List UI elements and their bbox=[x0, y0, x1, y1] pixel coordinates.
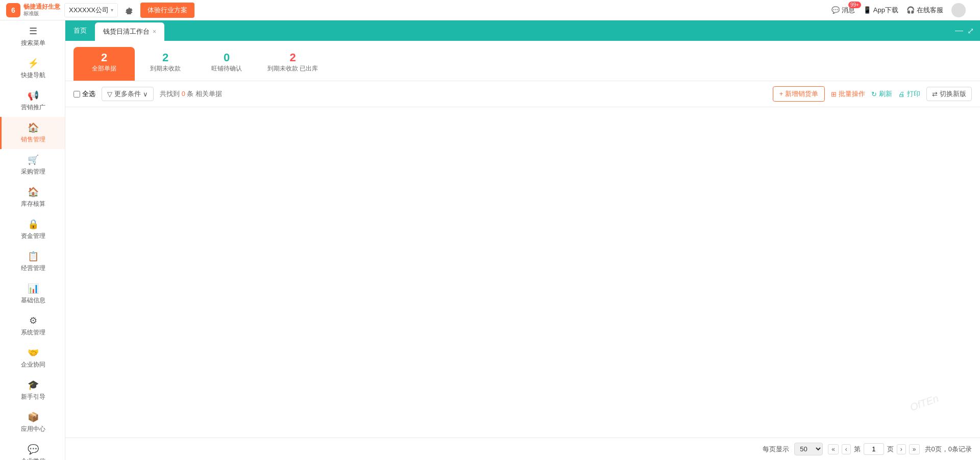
logo-subtitle: 标准版 bbox=[23, 11, 60, 17]
page-number-input[interactable] bbox=[864, 443, 884, 455]
sidebar-item-wechat[interactable]: 💬 企业微信 bbox=[0, 439, 65, 460]
refresh-button[interactable]: ↻ 刷新 bbox=[871, 89, 892, 99]
tab-bar-actions: — ⤢ bbox=[955, 26, 980, 36]
batch-operation-button[interactable]: ⊞ 批量操作 bbox=[831, 89, 865, 99]
base-info-icon: 📊 bbox=[28, 283, 39, 294]
tab-minimize-btn[interactable]: — bbox=[955, 26, 963, 35]
sidebar-item-cooperation[interactable]: 🤝 企业协同 bbox=[0, 342, 65, 374]
sidebar-item-purchase[interactable]: 🛒 采购管理 bbox=[0, 149, 65, 181]
online-service-button[interactable]: 🎧 在线客服 bbox=[906, 6, 943, 15]
logo-text: 畅捷通好生意 标准版 bbox=[23, 3, 60, 16]
stat-label-shipped: 到期未收款 已出库 bbox=[267, 65, 318, 72]
sidebar-label-sales: 销售管理 bbox=[21, 135, 45, 144]
company-selector[interactable]: XXXXXX公司 ▾ bbox=[64, 3, 118, 17]
sidebar-item-finance[interactable]: 🔒 资金管理 bbox=[0, 213, 65, 246]
avatar[interactable] bbox=[951, 3, 966, 17]
sidebar-item-base-info[interactable]: 📊 基础信息 bbox=[0, 278, 65, 310]
count-unit: 条 bbox=[187, 90, 193, 98]
sidebar-label-search-menu: 搜索菜单 bbox=[21, 39, 45, 47]
main-layout: ☰ 搜索菜单 ⚡ 快捷导航 📢 营销推广 🏠 销售管理 🛒 采购管理 🏠 库存核… bbox=[0, 20, 980, 460]
app-download-button[interactable]: 📱 App下载 bbox=[863, 6, 898, 15]
sidebar-item-app-center[interactable]: 📦 应用中心 bbox=[0, 406, 65, 439]
sidebar-label-wechat: 企业微信 bbox=[21, 457, 45, 460]
sales-icon: 🏠 bbox=[28, 122, 39, 133]
finance-icon: 🔒 bbox=[28, 219, 39, 230]
quick-nav-icon: ⚡ bbox=[28, 58, 39, 69]
content-area: 2 全部单据 2 到期未收款 0 旺铺待确认 2 到期未收款 已出库 bbox=[65, 41, 980, 460]
filter-dropdown-icon: ∨ bbox=[143, 90, 148, 98]
headset-icon: 🎧 bbox=[906, 6, 915, 14]
sidebar-label-purchase: 采购管理 bbox=[21, 167, 45, 176]
stat-num-all: 2 bbox=[84, 51, 125, 64]
settings-button[interactable] bbox=[122, 3, 136, 17]
logo-area: 6 畅捷通好生意 标准版 bbox=[6, 3, 60, 17]
purchase-icon: 🛒 bbox=[28, 154, 39, 165]
stats-tabs: 2 全部单据 2 到期未收款 0 旺铺待确认 2 到期未收款 已出库 bbox=[65, 41, 980, 81]
sidebar-item-quick-nav[interactable]: ⚡ 快捷导航 bbox=[0, 53, 65, 85]
batch-label: 批量操作 bbox=[839, 89, 865, 99]
select-all-checkbox-wrap[interactable]: 全选 bbox=[74, 89, 95, 99]
count-prefix: 共找到 bbox=[160, 90, 180, 98]
tab-workbench[interactable]: 钱货日清工作台 × bbox=[95, 22, 164, 41]
select-all-checkbox[interactable] bbox=[74, 91, 80, 98]
next-page-button[interactable]: › bbox=[897, 444, 906, 454]
add-sales-order-button[interactable]: + 新增销货单 bbox=[773, 86, 825, 102]
count-num: 0 bbox=[182, 90, 185, 98]
sidebar-label-app-center: 应用中心 bbox=[21, 425, 45, 433]
sidebar-item-sales[interactable]: 🏠 销售管理 bbox=[0, 117, 65, 149]
sidebar-item-operation[interactable]: 📋 经营管理 bbox=[0, 246, 65, 278]
header-right: 💬 消息 99+ 📱 App下载 🎧 在线客服 bbox=[831, 3, 974, 17]
sidebar-label-inventory: 库存核算 bbox=[21, 200, 45, 208]
stat-tab-all[interactable]: 2 全部单据 bbox=[74, 47, 135, 81]
sidebar-label-cooperation: 企业协同 bbox=[21, 360, 45, 369]
switch-icon: ⇄ bbox=[932, 90, 938, 98]
sidebar-label-newbie: 新手引导 bbox=[21, 393, 45, 401]
stat-label-wangpu: 旺铺待确认 bbox=[211, 65, 242, 72]
table-area bbox=[65, 107, 980, 438]
company-name: XXXXXX公司 bbox=[69, 6, 109, 15]
message-badge: 99+ bbox=[848, 2, 861, 8]
prev-page-button[interactable]: ‹ bbox=[842, 444, 851, 454]
header-left: 6 畅捷通好生意 标准版 XXXXXX公司 ▾ 体验行业方案 bbox=[6, 3, 194, 18]
sidebar-label-finance: 资金管理 bbox=[21, 232, 45, 240]
page-suffix: 页 bbox=[887, 445, 894, 454]
toolbar-right: + 新增销货单 ⊞ 批量操作 ↻ 刷新 🖨 打印 ⇄ bbox=[773, 86, 972, 102]
sidebar-item-newbie[interactable]: 🎓 新手引导 bbox=[0, 374, 65, 406]
cooperation-icon: 🤝 bbox=[28, 347, 39, 358]
first-page-button[interactable]: « bbox=[828, 444, 839, 454]
app-center-icon: 📦 bbox=[28, 411, 39, 423]
marketing-icon: 📢 bbox=[28, 90, 39, 101]
logo-icon: 6 bbox=[6, 3, 20, 17]
last-page-button[interactable]: » bbox=[909, 444, 920, 454]
trial-button[interactable]: 体验行业方案 bbox=[140, 3, 194, 18]
app-download-icon: 📱 bbox=[863, 6, 871, 14]
filter-icon: ▽ bbox=[107, 90, 112, 98]
system-icon: ⚙ bbox=[29, 315, 37, 326]
page-label: 第 bbox=[854, 445, 861, 454]
tab-home[interactable]: 首页 bbox=[65, 20, 95, 41]
stat-num-shipped: 2 bbox=[267, 51, 318, 64]
tab-close-icon[interactable]: × bbox=[153, 28, 156, 35]
per-page-select[interactable]: 50 100 200 bbox=[794, 443, 823, 455]
newbie-icon: 🎓 bbox=[28, 379, 39, 391]
sidebar-label-base-info: 基础信息 bbox=[21, 296, 45, 305]
related-label: 相关单据 bbox=[195, 90, 222, 98]
wechat-icon: 💬 bbox=[28, 444, 39, 455]
switch-version-button[interactable]: ⇄ 切换新版 bbox=[926, 87, 972, 101]
filter-button[interactable]: ▽ 更多条件 ∨ bbox=[102, 87, 154, 101]
select-all-label: 全选 bbox=[82, 89, 95, 99]
stat-tab-shipped[interactable]: 2 到期未收款 已出库 bbox=[257, 47, 328, 81]
tab-expand-btn[interactable]: ⤢ bbox=[967, 26, 974, 36]
sidebar-item-marketing[interactable]: 📢 营销推广 bbox=[0, 85, 65, 117]
print-button[interactable]: 🖨 打印 bbox=[898, 89, 920, 99]
sidebar-item-search-menu[interactable]: ☰ 搜索菜单 bbox=[0, 20, 65, 53]
message-button[interactable]: 💬 消息 99+ bbox=[831, 6, 855, 15]
batch-icon: ⊞ bbox=[831, 90, 837, 98]
stat-tab-overdue[interactable]: 2 到期未收款 bbox=[135, 47, 196, 81]
sidebar-label-marketing: 营销推广 bbox=[21, 103, 45, 112]
tab-home-label: 首页 bbox=[74, 26, 87, 35]
app-download-label: App下载 bbox=[873, 6, 898, 15]
stat-tab-wangpu[interactable]: 0 旺铺待确认 bbox=[196, 47, 257, 81]
sidebar-item-system[interactable]: ⚙ 系统管理 bbox=[0, 310, 65, 342]
sidebar-item-inventory[interactable]: 🏠 库存核算 bbox=[0, 181, 65, 213]
